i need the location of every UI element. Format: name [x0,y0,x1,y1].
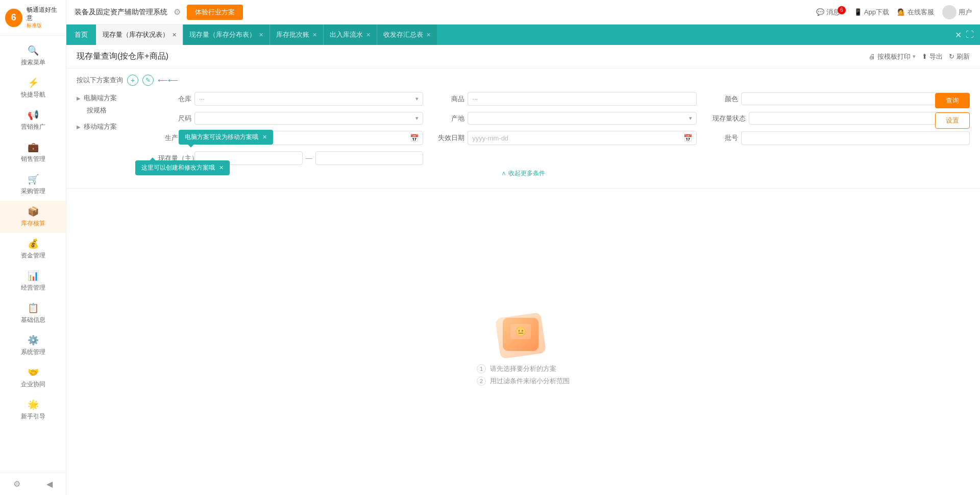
filter-buttons: 查询 设置 [935,93,970,129]
tab-close-icon[interactable]: ✕ [312,32,317,38]
tab-close-icon[interactable]: ✕ [426,32,431,38]
filter-edit-btn[interactable]: ✎ [142,75,154,86]
export-btn[interactable]: ⬆ 导出 [922,52,943,61]
empty-box-face-icon: 😐 [510,324,531,339]
tooltip-scheme-create: 这里可以创建和修改方案哦 ✕ [135,160,230,175]
scheme-desktop-item[interactable]: ▶ 电脑端方案 [77,92,158,104]
tab-inventory-status[interactable]: 现存量（库存状况表） ✕ [96,25,183,45]
sidebar-item-label: 经营管理 [21,284,45,292]
page-title: 现存量查询(按仓库+商品) [77,51,168,62]
sidebar-item-label: 搜索菜单 [21,58,45,67]
app-download-btn[interactable]: 📱 App下载 [854,8,889,17]
collapse-label: 收起更多条件 [508,170,545,177]
sidebar-nav: 🔍 搜索菜单 ⚡ 快捷导航 📢 营销推广 💼 销售管理 🛒 采购管理 📦 库存核… [0,36,66,473]
search-btn[interactable]: 查询 [935,93,970,108]
batch-field-group: 批号 [705,131,970,145]
color-field-group: 颜色 ▾ [705,92,970,106]
reset-btn[interactable]: 设置 [935,112,970,129]
scheme-child-label: 按规格 [87,106,107,115]
sidebar-item-system[interactable]: ⚙️ 系统管理 [0,329,66,362]
sidebar-item-label: 快捷导航 [21,90,45,99]
sidebar-item-newguide[interactable]: 🌟 新手引导 [0,394,66,426]
stock-status-label: 现存量状态 [705,114,746,123]
filter-arrow-icon[interactable]: ⟵⟵ [158,76,178,84]
filter-add-btn[interactable]: + [127,75,138,86]
user-btn[interactable]: 用户 [942,5,972,19]
system-icon: ⚙️ [28,335,39,346]
sidebar-item-finance[interactable]: 💰 资金管理 [0,233,66,265]
system-name: 装备及固定资产辅助管理系统 [75,8,167,17]
service-icon: 💁 [897,8,905,16]
scheme-desktop-child[interactable]: 按规格 [87,104,158,116]
origin-select[interactable]: ▾ [468,112,696,125]
tab-close-all-icon[interactable]: ✕ [955,30,962,40]
tab-inventory-dist[interactable]: 现存量（库存分布表） ✕ [183,25,270,45]
warehouse-select[interactable]: ··· ▾ [194,92,423,106]
batch-input[interactable] [741,131,970,145]
tooltip2-text: 这里可以创建和修改方案哦 [141,163,215,172]
hint-num-2: 2 [477,376,486,386]
size-select[interactable]: ▾ [194,112,423,125]
goods-field-group: 商品 ··· [431,92,696,106]
message-badge: 6 [838,6,846,14]
sidebar-item-label: 新手引导 [21,412,45,421]
tab-flow[interactable]: 出入库流水 ✕ [323,25,377,45]
system-settings-icon[interactable]: ⚙ [174,7,181,17]
origin-field-group: 产地 ▾ [431,112,696,125]
tab-summary[interactable]: 收发存汇总表 ✕ [377,25,437,45]
tab-home[interactable]: 首页 [66,25,96,45]
expire-date-field-group: 失效日期 yyyy-mm-dd 📅 [431,131,696,145]
tooltip1-close-icon[interactable]: ✕ [262,134,267,140]
warehouse-label: 仓库 [158,95,191,104]
tab-close-icon[interactable]: ✕ [259,32,263,38]
expire-date-calendar-icon: 📅 [683,134,692,142]
tab-close-icon[interactable]: ✕ [366,32,371,38]
print-btn[interactable]: 🖨 按模板打印 ▾ [869,52,916,61]
sidebar-item-purchase[interactable]: 🛒 采购管理 [0,169,66,201]
expire-date-label: 失效日期 [431,133,464,143]
sidebar-item-inventory[interactable]: 📦 库存核算 [0,201,66,233]
refresh-btn[interactable]: ↻ 刷新 [949,52,970,61]
scheme-mobile-item[interactable]: ▶ 移动端方案 [77,121,158,133]
scheme-mobile-label: 移动端方案 [84,122,117,131]
export-icon: ⬆ [922,53,927,60]
expire-date-input[interactable]: yyyy-mm-dd 📅 [468,131,696,145]
sidebar-item-label: 系统管理 [21,348,45,357]
tab-close-icon[interactable]: ✕ [172,32,177,38]
search-menu-icon: 🔍 [28,45,39,56]
marketing-icon: 📢 [28,109,39,121]
filter-area: 按以下方案查询 + ✎ ⟵⟵ 电脑方案可设为移动方案哦 ✕ 这里可以创建和修改方… [66,68,980,188]
sidebar-item-basic[interactable]: 📋 基础信息 [0,297,66,329]
sidebar-item-management[interactable]: 📊 经营管理 [0,265,66,297]
message-btn[interactable]: 💬 消息 6 [816,8,846,17]
sidebar-item-search[interactable]: 🔍 搜索菜单 [0,40,66,72]
filter-scheme-tree: ▶ 电脑端方案 按规格 ▶ 移动端方案 [77,92,158,133]
collapse-sidebar-icon[interactable]: ◀ [46,479,53,489]
top-header: 装备及固定资产辅助管理系统 ⚙ 体验行业方案 💬 消息 6 📱 App下载 💁 … [66,0,980,25]
sidebar-bottom: ⚙ ◀ [0,473,66,495]
page-content: 现存量查询(按仓库+商品) 🖨 按模板打印 ▾ ⬆ 导出 ↻ 刷新 [66,45,980,495]
empty-state: 😐 1 请先选择要分析的方案 2 用过滤条件来缩小分析范围 [66,188,980,495]
filter-top-row: ▶ 电脑端方案 按规格 ▶ 移动端方案 [77,92,970,165]
empty-box-front: 😐 [503,318,538,351]
range-dash: — [306,154,312,162]
tab-batch[interactable]: 库存批次账 ✕ [270,25,323,45]
origin-label: 产地 [431,114,464,123]
tooltip1-text: 电脑方案可设为移动方案哦 [185,133,258,142]
stock-main-max-input[interactable] [315,151,424,165]
message-icon: 💬 [816,8,824,16]
management-icon: 📊 [28,270,39,281]
sidebar-item-label: 基础信息 [21,316,45,324]
tab-expand-icon[interactable]: ⛶ [966,30,974,39]
size-chevron-icon: ▾ [415,115,419,122]
online-service-btn[interactable]: 💁 在线客服 [897,8,934,17]
sidebar-item-enterprise[interactable]: 🤝 企业协同 [0,362,66,394]
app-logo-icon: 6 [5,9,22,27]
sidebar-item-sales[interactable]: 💼 销售管理 [0,136,66,169]
goods-select[interactable]: ··· [468,92,696,106]
tooltip2-close-icon[interactable]: ✕ [219,164,224,171]
trial-btn[interactable]: 体验行业方案 [187,5,243,20]
sidebar-item-marketing[interactable]: 📢 营销推广 [0,104,66,136]
sidebar-item-quicknav[interactable]: ⚡ 快捷导航 [0,72,66,104]
settings-icon[interactable]: ⚙ [13,479,20,489]
